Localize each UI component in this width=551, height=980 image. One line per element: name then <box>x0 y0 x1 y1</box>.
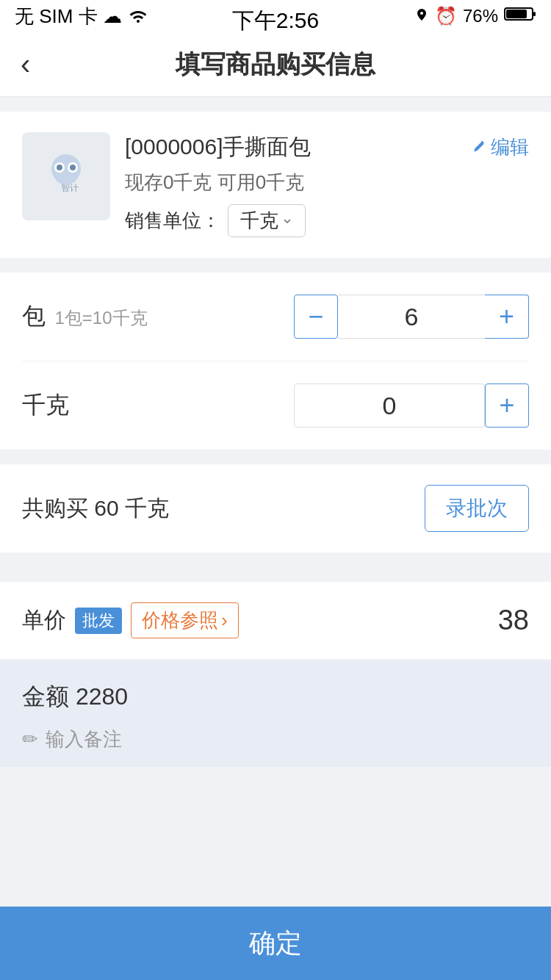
qty-sublabel-bao: 1包=10千克 <box>54 308 147 328</box>
purchase-total-text: 共购买 60 千克 <box>22 494 169 524</box>
product-thumbnail-icon: 智计 <box>40 151 92 203</box>
price-value: 38 <box>498 605 529 636</box>
qty-plus-kg[interactable]: + <box>485 383 529 428</box>
unit-value: 千克 <box>240 208 278 234</box>
amount-note-row[interactable]: ✏ 输入备注 <box>22 727 529 752</box>
svg-rect-2 <box>533 12 536 16</box>
qty-label-kg: 千克 <box>22 389 69 422</box>
svg-text:智计: 智计 <box>61 183 79 193</box>
status-bar: 无 SIM 卡 ☁ 下午2:56 ⏰ 76% <box>0 0 551 32</box>
qty-label-text-bao: 包 <box>22 303 46 329</box>
price-tag: 批发 <box>75 608 122 634</box>
product-image: 智计 <box>22 132 110 220</box>
note-placeholder: 输入备注 <box>46 727 122 752</box>
qty-controls-kg: + <box>294 383 529 428</box>
product-name: [0000006]手撕面包 <box>125 132 311 162</box>
unit-select[interactable]: 千克 <box>228 204 306 237</box>
page-title: 填写商品购买信息 <box>176 48 375 82</box>
price-section: 单价 批发 价格参照 › 38 <box>0 582 551 659</box>
battery-icon <box>504 6 536 26</box>
product-info: [0000006]手撕面包 编辑 现存0千克 可用0千克 销售单位： 千克 <box>125 132 529 237</box>
product-name-row: [0000006]手撕面包 编辑 <box>125 132 529 162</box>
product-card: 智计 [0000006]手撕面包 编辑 现存0千克 可用0千克 销售单位： 千克 <box>0 112 551 258</box>
battery-text: 76% <box>463 6 498 26</box>
qty-controls-bao: − + <box>294 295 529 339</box>
status-time: 下午2:56 <box>232 6 319 36</box>
svg-point-6 <box>57 165 62 170</box>
quantity-section: 包 1包=10千克 − + 千克 + <box>0 273 551 450</box>
edit-button[interactable]: 编辑 <box>472 134 529 160</box>
price-label: 单价 <box>22 605 66 635</box>
amount-value: 2280 <box>76 683 128 710</box>
edit-label: 编辑 <box>491 134 529 160</box>
status-left: 无 SIM 卡 ☁ <box>15 4 148 29</box>
qty-minus-bao[interactable]: − <box>294 295 338 339</box>
location-icon <box>414 6 429 26</box>
amount-row: 金额 2280 <box>22 681 529 713</box>
pencil-icon: ✏ <box>22 728 38 751</box>
status-right: ⏰ 76% <box>414 6 536 26</box>
qty-row-bao: 包 1包=10千克 − + <box>22 273 529 361</box>
amount-label: 金额 <box>22 683 69 710</box>
clock-icon: ⏰ <box>435 6 457 26</box>
confirm-button[interactable]: 确定 <box>0 907 551 980</box>
qty-input-kg[interactable] <box>294 383 485 428</box>
price-ref-label: 价格参照 <box>142 608 218 633</box>
nav-bar: ‹ 填写商品购买信息 <box>0 32 551 97</box>
unit-label: 销售单位： <box>125 208 220 234</box>
qty-label-text-kg: 千克 <box>22 392 69 418</box>
divider-2 <box>0 552 551 567</box>
price-ref-button[interactable]: 价格参照 › <box>131 602 239 638</box>
product-stock: 现存0千克 可用0千克 <box>125 170 529 195</box>
price-left: 单价 批发 价格参照 › <box>22 602 239 638</box>
back-button[interactable]: ‹ <box>21 48 30 81</box>
product-unit-row: 销售单位： 千克 <box>125 204 529 237</box>
amount-section: 金额 2280 ✏ 输入备注 <box>0 660 551 767</box>
qty-row-kg: 千克 + <box>22 361 529 450</box>
svg-point-7 <box>70 165 76 170</box>
svg-rect-1 <box>506 10 527 18</box>
sim-label: 无 SIM 卡 ☁ <box>15 4 122 29</box>
price-ref-chevron: › <box>221 609 228 632</box>
qty-input-bao[interactable] <box>338 295 485 339</box>
divider-1 <box>0 258 551 273</box>
batch-button[interactable]: 录批次 <box>425 485 529 532</box>
qty-plus-bao[interactable]: + <box>485 295 529 339</box>
qty-label-bao: 包 1包=10千克 <box>22 300 148 333</box>
purchase-row: 共购买 60 千克 录批次 <box>0 464 551 552</box>
wifi-icon <box>128 5 148 28</box>
